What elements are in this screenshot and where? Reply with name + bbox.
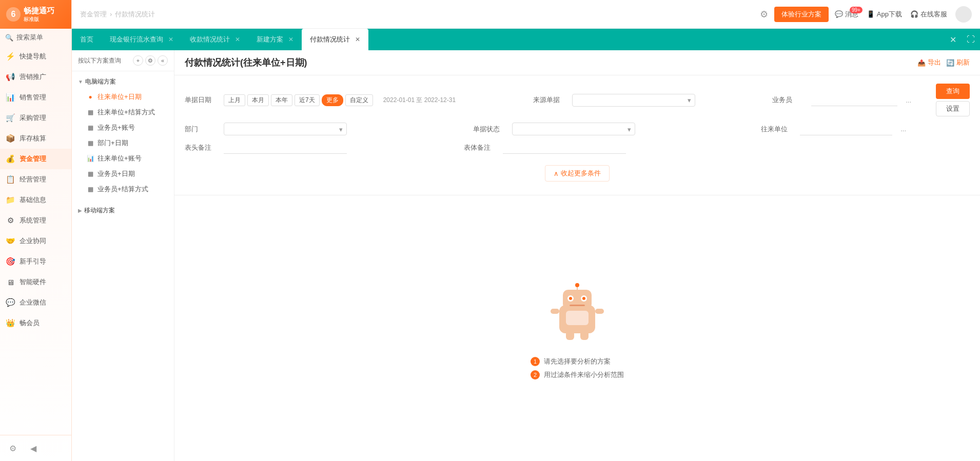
refresh-btn[interactable]: 🔄 刷新 (946, 58, 970, 67)
section-label: 移动端方案 (84, 206, 115, 215)
close-all-icon[interactable]: ✕ (945, 35, 962, 45)
sidebar-item-vip[interactable]: 👑 畅会员 (0, 313, 71, 333)
schema-item-staff-account[interactable]: ▦ 业务员+账号 (72, 120, 174, 135)
sidebar-item-operation[interactable]: 📋 经营管理 (0, 169, 71, 190)
sidebar-item-cooperation[interactable]: 🤝 企业协同 (0, 231, 71, 251)
schema-item-partner-account[interactable]: 📊 往来单位+账号 (72, 151, 174, 166)
svg-rect-13 (566, 311, 589, 325)
message-icon: 💬 (835, 10, 843, 18)
online-service-btn[interactable]: 🎧 在线客服 (910, 10, 947, 19)
tab-close-icon[interactable]: ✕ (288, 36, 293, 43)
table-header-note-input[interactable] (224, 142, 347, 154)
settings-btn[interactable]: 设置 (936, 101, 970, 116)
export-label: 导出 (928, 58, 941, 67)
partner-input[interactable] (800, 123, 892, 135)
empty-state: 1 请先选择要分析的方案 2 用过滤条件来缩小分析范围 (174, 195, 980, 461)
date-btn-last-month[interactable]: 上月 (224, 94, 245, 106)
sidebar-item-system[interactable]: ⚙ 系统管理 (0, 210, 71, 231)
sidebar-item-sales[interactable]: 📊 销售管理 (0, 87, 71, 108)
app-download-label: App下载 (877, 10, 902, 19)
schema-icon: ▦ (86, 185, 94, 193)
schema-item-staff-settlement[interactable]: ▦ 业务员+结算方式 (72, 182, 174, 197)
source-select[interactable] (572, 94, 695, 107)
industry-btn[interactable]: 体验行业方案 (774, 7, 829, 22)
empty-illustration (541, 277, 613, 349)
schema-item-label: 往来单位+结算方式 (97, 108, 155, 117)
settings-icon[interactable]: ⚙ (760, 9, 768, 20)
tab-close-icon[interactable]: ✕ (168, 36, 173, 43)
collapse-conditions-btn[interactable]: ∧ 收起更多条件 (545, 165, 610, 182)
tab-payment-stats[interactable]: 付款情况统计 ✕ (302, 29, 368, 50)
mobile-schema-section: ▶ 移动端方案 (72, 200, 174, 221)
staff-more-btn[interactable]: ... (906, 96, 911, 104)
sidebar-item-inventory[interactable]: 📦 库存核算 (0, 128, 71, 149)
tab-bank-flow[interactable]: 现金银行流水查询 ✕ (102, 29, 182, 50)
sidebar-item-quick-nav[interactable]: ⚡ 快捷导航 (0, 46, 71, 67)
sidebar-item-wechat[interactable]: 💬 企业微信 (0, 292, 71, 313)
desktop-schema-section: ▼ 电脑端方案 ● 往来单位+日期 ▦ 往来单位+结算方式 ▦ 业务员+账号 ▦ (72, 71, 174, 200)
sidebar-item-marketing[interactable]: 📢 营销推广 (0, 67, 71, 87)
date-btn-7days[interactable]: 近7天 (295, 94, 320, 106)
schema-item-partner-settlement[interactable]: ▦ 往来单位+结算方式 (72, 105, 174, 120)
page-title: 付款情况统计(往来单位+日期) (185, 56, 917, 69)
inventory-icon: 📦 (5, 133, 15, 144)
tabbar-right: ✕ ⛶ (945, 35, 980, 45)
schema-settings-btn[interactable]: ⚙ (145, 55, 155, 66)
sidebar-item-basic-info[interactable]: 📁 基础信息 (0, 190, 71, 210)
schema-item-dept-date[interactable]: ▦ 部门+日期 (72, 135, 174, 151)
fullscreen-icon[interactable]: ⛶ (962, 35, 980, 44)
messages-badge: 99+ (850, 7, 863, 13)
schema-item-label: 业务员+日期 (97, 169, 135, 178)
section-label: 电脑端方案 (85, 77, 116, 86)
sidebar-item-finance[interactable]: 💰 资金管理 (0, 149, 71, 169)
messages-btn[interactable]: 💬 消息 99+ (835, 10, 858, 19)
schema-item-partner-date[interactable]: ● 往来单位+日期 (72, 89, 174, 105)
date-btn-this-year[interactable]: 本年 (271, 94, 292, 106)
user-avatar[interactable] (955, 6, 972, 23)
doc-status-label: 单据状态 (473, 125, 504, 134)
schema-item-label: 部门+日期 (97, 138, 128, 148)
sidebar-item-purchase[interactable]: 🛒 采购管理 (0, 108, 71, 128)
date-btn-more[interactable]: 更多 (322, 94, 343, 106)
sidebar-item-label: 销售管理 (19, 93, 46, 102)
sidebar-collapse-icon[interactable]: ◀ (26, 440, 41, 456)
partner-more-btn[interactable]: ... (900, 125, 906, 133)
table-body-note-input[interactable] (503, 142, 626, 154)
tab-receipt-stats[interactable]: 收款情况统计 ✕ (182, 29, 248, 50)
source-label: 来源单据 (533, 95, 564, 105)
sidebar-item-hardware[interactable]: 🖥 智能硬件 (0, 272, 71, 292)
date-label: 单据日期 (185, 95, 215, 105)
tab-close-icon[interactable]: ✕ (235, 36, 240, 43)
dept-select[interactable] (224, 123, 347, 135)
tab-new-plan[interactable]: 新建方案 ✕ (248, 29, 302, 50)
sidebar-item-guide[interactable]: 🎯 新手引导 (0, 251, 71, 272)
tab-home[interactable]: 首页 (72, 29, 102, 50)
app-download-btn[interactable]: 📱 App下载 (867, 10, 902, 19)
staff-input[interactable] (811, 94, 897, 106)
purchase-icon: 🛒 (5, 113, 15, 123)
svg-point-4 (569, 297, 572, 300)
add-schema-btn[interactable]: + (133, 55, 143, 66)
empty-hints: 1 请先选择要分析的方案 2 用过滤条件来缩小分析范围 (531, 357, 624, 379)
chart-icon: 📊 (86, 154, 94, 163)
sidebar-item-label: 资金管理 (19, 154, 46, 164)
mobile-section-title[interactable]: ▶ 移动端方案 (72, 203, 174, 218)
date-btn-custom[interactable]: 自定义 (345, 94, 373, 106)
date-btn-this-month[interactable]: 本月 (247, 94, 269, 106)
desktop-section-title[interactable]: ▼ 电脑端方案 (72, 74, 174, 89)
export-btn[interactable]: 📤 导出 (917, 58, 941, 67)
tab-label: 收款情况统计 (190, 35, 230, 44)
doc-status-select[interactable] (512, 123, 635, 135)
schema-item-staff-date[interactable]: ▦ 业务员+日期 (72, 166, 174, 182)
sidebar-item-label: 企业协同 (19, 236, 46, 246)
hint-num-2: 2 (531, 370, 540, 379)
sidebar-settings-icon[interactable]: ⚙ (5, 440, 21, 456)
hint-num-1: 1 (531, 357, 540, 366)
filter-row-3: 表头备注 表体备注 (185, 142, 970, 154)
query-btn[interactable]: 查询 (936, 84, 970, 99)
search-menu[interactable]: 🔍 搜索菜单 (0, 29, 71, 46)
empty-hint-2: 2 用过滤条件来缩小分析范围 (531, 370, 624, 379)
svg-point-5 (582, 297, 585, 300)
tab-close-icon[interactable]: ✕ (355, 36, 360, 43)
panel-collapse-btn[interactable]: « (158, 55, 168, 66)
